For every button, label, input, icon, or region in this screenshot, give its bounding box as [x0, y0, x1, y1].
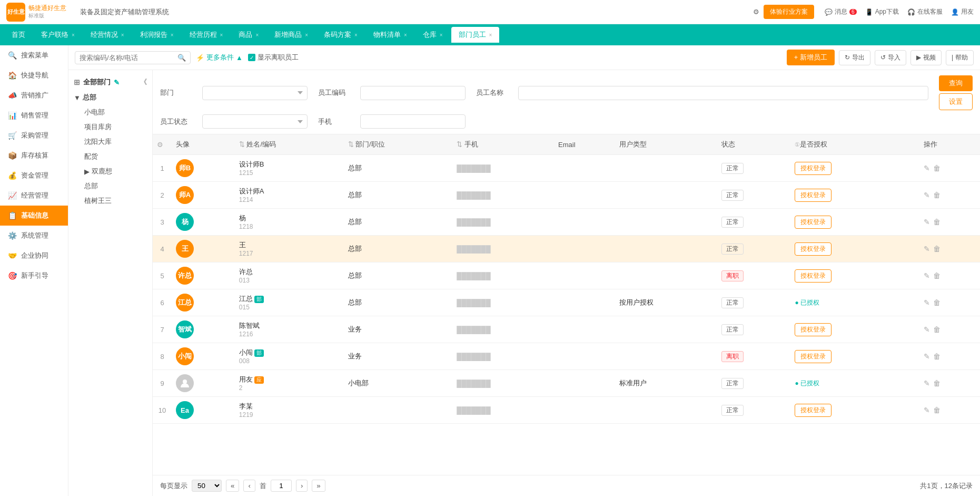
dept-node-peihuo[interactable]: 配货: [68, 149, 152, 164]
tab-employees[interactable]: 部门员工 ×: [451, 27, 500, 43]
delete-icon[interactable]: 🗑: [933, 271, 941, 280]
sidebar-item-guide[interactable]: 🎯 新手引导: [0, 266, 68, 286]
emp-status-filter-select[interactable]: [202, 114, 308, 129]
cell-email: [554, 236, 615, 262]
emp-name-filter-input[interactable]: [518, 86, 928, 100]
query-button[interactable]: 查询: [939, 75, 973, 91]
dept-node-zongbu[interactable]: 总部: [68, 179, 152, 193]
delete-icon[interactable]: 🗑: [933, 191, 941, 199]
import-button[interactable]: ↺ 导入: [875, 50, 906, 65]
auth-login-button[interactable]: 授权登录: [795, 162, 831, 175]
sidebar-item-system[interactable]: ⚙️ 系统管理: [0, 226, 68, 246]
message-button[interactable]: 💬 消息 6: [825, 7, 857, 16]
auth-login-button[interactable]: 授权登录: [795, 242, 831, 256]
phone-filter-input[interactable]: [360, 114, 466, 129]
dept-node-shuanglu[interactable]: ▶ 双鹿想: [68, 164, 152, 179]
sidebar-item-basic[interactable]: 📋 基础信息: [0, 206, 68, 226]
dept-node-xiaodian[interactable]: 小电部: [68, 105, 152, 120]
sidebar-item-marketing[interactable]: 📣 营销推广: [0, 85, 68, 105]
per-page-select[interactable]: 50 20 100: [192, 480, 222, 492]
delete-icon[interactable]: 🗑: [933, 406, 941, 414]
prev-page-btn[interactable]: ‹: [243, 480, 255, 492]
user-menu-button[interactable]: 👤 用友: [951, 7, 974, 16]
dept-node-zongbu-parent[interactable]: ▼ 总部: [68, 90, 152, 105]
tab-home[interactable]: 首页: [4, 27, 33, 43]
table-row: 6 江总 江总部 015 总部 ███████ 按用户授权 正常 ●已授权 ✎ …: [153, 289, 980, 316]
auth-login-button[interactable]: 授权登录: [795, 269, 831, 283]
col-phone[interactable]: ⇅ 手机: [452, 134, 554, 155]
edit-icon[interactable]: ✎: [924, 379, 930, 387]
auth-login-button[interactable]: 授权登录: [795, 323, 831, 336]
auth-login-button[interactable]: 授权登录: [795, 404, 831, 417]
tab-operation[interactable]: 经营情况 ×: [83, 27, 132, 43]
employee-table: ⚙ 头像 ⇅ 姓名/编码 ⇅ 部门/职位 ⇅ 手机 Email 用户类型 状态 …: [153, 134, 980, 424]
auth-login-button[interactable]: 授权登录: [795, 350, 831, 363]
edit-icon[interactable]: ✎: [924, 271, 930, 280]
show-resigned-toggle[interactable]: ✓ 显示离职员工: [248, 53, 299, 62]
more-conditions-btn[interactable]: ⚡ 更多条件 ▲: [196, 53, 243, 62]
delete-icon[interactable]: 🗑: [933, 245, 941, 253]
add-employee-button[interactable]: + 新增员工: [787, 50, 835, 65]
edit-icon[interactable]: ✎: [924, 218, 930, 226]
edit-icon[interactable]: ✎: [924, 406, 930, 414]
sidebar-item-operations[interactable]: 📈 经营管理: [0, 186, 68, 206]
delete-icon[interactable]: 🗑: [933, 325, 941, 334]
delete-icon[interactable]: 🗑: [933, 218, 941, 226]
edit-icon[interactable]: ✎: [924, 245, 930, 253]
sidebar-label-inventory: 库存核算: [21, 151, 48, 160]
sidebar-item-purchase[interactable]: 🛒 采购管理: [0, 125, 68, 145]
auth-login-button[interactable]: 授权登录: [795, 189, 831, 202]
edit-icon[interactable]: ✎: [924, 191, 930, 199]
tab-customer[interactable]: 客户联络 ×: [34, 27, 82, 43]
dept-node-xiangmu[interactable]: 项目库房: [68, 120, 152, 134]
edit-icon[interactable]: ✎: [924, 164, 930, 172]
col-dept[interactable]: ⇅ 部门/职位: [344, 134, 453, 155]
edit-icon[interactable]: ✎: [924, 298, 930, 307]
last-page-btn[interactable]: »: [312, 480, 325, 492]
dept-collapse-icon[interactable]: 《: [140, 77, 147, 87]
dept-node-zhishu[interactable]: 植树王三: [68, 193, 152, 208]
tab-barcode[interactable]: 条码方案 ×: [316, 27, 365, 43]
emp-code-filter-input[interactable]: [360, 86, 466, 100]
settings-icon[interactable]: ⚙: [749, 5, 764, 20]
app-download-button[interactable]: 📱 App下载: [865, 7, 899, 16]
help-button[interactable]: | 帮助: [946, 50, 974, 65]
sidebar-item-collab[interactable]: 🤝 企业协同: [0, 246, 68, 266]
video-button[interactable]: ▶ 视频: [910, 50, 942, 65]
first-page-btn[interactable]: «: [226, 480, 239, 492]
tab-warehouse[interactable]: 仓库 ×: [415, 27, 450, 43]
dept-edit-icon[interactable]: ✎: [114, 79, 120, 86]
tab-history[interactable]: 经营历程 ×: [182, 27, 231, 43]
tab-bom[interactable]: 物料清单 ×: [366, 27, 414, 43]
tab-goods[interactable]: 商品 ×: [231, 27, 266, 43]
page-number-input[interactable]: [271, 480, 292, 492]
online-service-button[interactable]: 🎧 在线客服: [907, 7, 943, 16]
delete-icon[interactable]: 🗑: [933, 164, 941, 172]
cell-auth: 授权登录: [790, 155, 899, 182]
tab-profit[interactable]: 利润报告 ×: [133, 27, 181, 43]
set-button[interactable]: 设置: [939, 93, 973, 110]
sidebar-item-search[interactable]: 🔍 搜索菜单: [0, 45, 68, 65]
delete-icon[interactable]: 🗑: [933, 298, 941, 307]
delete-icon[interactable]: 🗑: [933, 379, 941, 387]
col-name[interactable]: ⇅ 姓名/编码: [235, 134, 344, 155]
dept-filter-select[interactable]: [202, 86, 308, 100]
export-button[interactable]: ↻ 导出: [839, 50, 870, 65]
sidebar-item-finance[interactable]: 💰 资金管理: [0, 166, 68, 186]
tab-add-goods[interactable]: 新增商品 ×: [267, 27, 315, 43]
next-page-btn[interactable]: ›: [296, 480, 308, 492]
cell-num: 1: [153, 155, 172, 182]
sidebar-item-inventory[interactable]: 📦 库存核算: [0, 145, 68, 166]
auth-login-button[interactable]: 授权登录: [795, 216, 831, 229]
col-avatar: 头像: [172, 134, 235, 155]
edit-icon[interactable]: ✎: [924, 325, 930, 334]
cell-ops: ✎ 🗑: [919, 316, 980, 343]
edit-icon[interactable]: ✎: [924, 352, 930, 361]
sidebar-item-quicknav[interactable]: 🏠 快捷导航: [0, 65, 68, 85]
sidebar-item-sales[interactable]: 📊 销售管理: [0, 105, 68, 125]
dept-node-shenyang[interactable]: 沈阳大库: [68, 134, 152, 149]
search-icon-btn[interactable]: 🔍: [177, 54, 186, 62]
trial-button[interactable]: 体验行业方案: [764, 5, 814, 19]
delete-icon[interactable]: 🗑: [933, 352, 941, 361]
search-input[interactable]: [80, 54, 174, 62]
